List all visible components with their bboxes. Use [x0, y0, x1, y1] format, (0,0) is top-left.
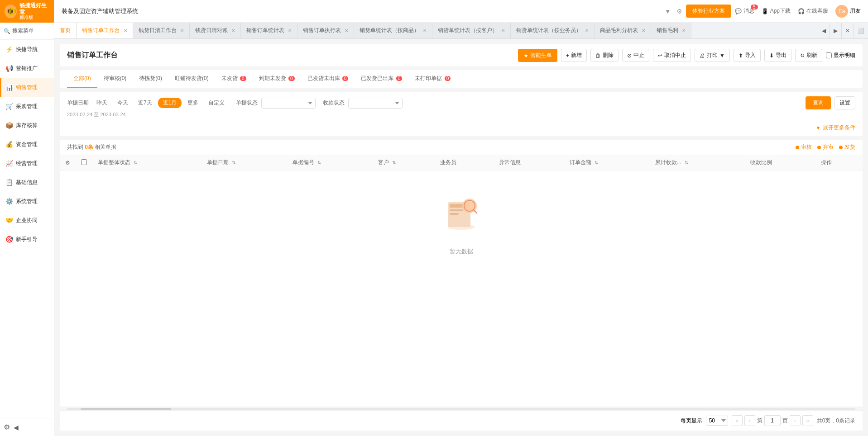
tab-prev-btn[interactable]: ◀: [818, 23, 830, 39]
sidebar-item-quick-nav[interactable]: ⚡ 快捷导航: [0, 40, 54, 59]
sub-tab-shipped-out[interactable]: 已发货已出库 0: [355, 70, 408, 88]
add-btn[interactable]: + 新增: [561, 49, 587, 62]
col-settings[interactable]: ⚙: [60, 155, 76, 171]
date-option-more[interactable]: 更多: [183, 98, 202, 108]
page-size-select[interactable]: 50 20 100: [706, 416, 728, 426]
tab-close-icon[interactable]: ✕: [288, 28, 292, 33]
select-all-checkbox[interactable]: [81, 159, 87, 165]
cancel-review-action-btn[interactable]: 弃审: [817, 143, 834, 151]
date-option-1month[interactable]: 近1月: [158, 98, 182, 108]
prev-page-btn[interactable]: ‹: [744, 415, 755, 426]
tab-maximize-btn[interactable]: ⬜: [854, 23, 868, 39]
column-settings-icon[interactable]: ⚙: [65, 160, 70, 166]
tab-gross-profit[interactable]: 商品毛利分析表 ✕: [595, 23, 651, 39]
collected-sort-icon[interactable]: ⇅: [685, 160, 688, 165]
expand-filter-btn[interactable]: ▼ 展开更多条件: [815, 124, 855, 132]
sidebar-item-guide[interactable]: 🎯 新手引导: [0, 230, 54, 249]
tab-sales-margin[interactable]: 销售毛利 ✕: [651, 23, 691, 39]
sidebar-item-system[interactable]: ⚙️ 系统管理: [0, 192, 54, 211]
date-option-today[interactable]: 今天: [113, 98, 132, 108]
first-page-btn[interactable]: «: [732, 415, 743, 426]
settings-gear-icon[interactable]: ⚙: [4, 423, 10, 431]
tab-sales-by-customer[interactable]: 销货单统计表（按客户） ✕: [432, 23, 511, 39]
last-page-btn[interactable]: »: [802, 415, 813, 426]
query-btn[interactable]: 查询: [806, 96, 831, 109]
tab-sales-stats[interactable]: 销售订单统计表 ✕: [241, 23, 297, 39]
sub-tab-not-printed[interactable]: 未打印单据 0: [408, 70, 457, 88]
tab-close-icon[interactable]: ✕: [682, 28, 686, 33]
sub-tab-pending-review[interactable]: 待审核(0): [97, 70, 133, 88]
tab-cashflow-reconcile[interactable]: 钱货日清对账 ✕: [190, 23, 241, 39]
tab-close-icon[interactable]: ✕: [423, 28, 427, 33]
collection-select[interactable]: [348, 98, 403, 109]
sidebar-item-search[interactable]: 🔍 搜索菜单: [0, 23, 54, 40]
sub-tab-wangpu-ship[interactable]: 旺铺待发货(0): [168, 70, 215, 88]
customer-sort-icon[interactable]: ⇅: [392, 160, 396, 165]
page-number-input[interactable]: [764, 415, 781, 426]
tab-close-all-btn[interactable]: ✕: [841, 23, 854, 39]
sidebar-item-marketing[interactable]: 📢 营销推广: [0, 59, 54, 78]
tab-next-btn[interactable]: ▶: [830, 23, 841, 39]
app-download-item[interactable]: 📱 App下载: [762, 7, 791, 15]
tab-close-icon[interactable]: ✕: [345, 28, 348, 33]
sub-tab-overdue-ship[interactable]: 到期未发货 0: [253, 70, 301, 88]
delete-btn[interactable]: 🗑 删除: [590, 49, 619, 62]
dropdown-arrow-icon[interactable]: ▼: [665, 8, 671, 15]
online-service-item[interactable]: 🎧 在线客服: [798, 7, 828, 15]
experience-btn[interactable]: 体验行业方案: [686, 5, 731, 18]
tab-sales-by-staff[interactable]: 销货单统计表（按业务员） ✕: [511, 23, 595, 39]
stop-btn[interactable]: ⊘ 中止: [622, 49, 649, 62]
sidebar-item-sales[interactable]: 📊 销售管理: [0, 78, 54, 97]
sub-tab-shipped-not-out[interactable]: 已发货未出库 0: [301, 70, 355, 88]
tab-close-icon[interactable]: ✕: [585, 28, 589, 33]
date-option-7days[interactable]: 近7天: [134, 98, 156, 108]
refresh-btn[interactable]: ↻ 刷新: [795, 49, 822, 62]
tab-close-icon[interactable]: ✕: [501, 28, 505, 33]
tab-close-icon[interactable]: ✕: [124, 28, 127, 33]
scrollbar-thumb[interactable]: [81, 408, 171, 410]
scrollbar-track[interactable]: [67, 408, 855, 410]
cancel-stop-btn[interactable]: ↩ 取消中止: [653, 49, 691, 62]
show-detail-checkbox[interactable]: [826, 52, 832, 58]
tab-sales-order-workbench[interactable]: 销售订单工作台 ✕: [77, 23, 133, 39]
export-btn[interactable]: ⬇ 导出: [764, 49, 791, 62]
sidebar-item-basic[interactable]: 📋 基础信息: [0, 173, 54, 192]
settings-icon[interactable]: ⚙: [676, 8, 682, 15]
ship-action-btn[interactable]: 发货: [839, 143, 855, 151]
horizontal-scrollbar[interactable]: [60, 407, 863, 410]
sub-tab-not-shipped[interactable]: 未发货 0: [215, 70, 253, 88]
user-menu[interactable]: Ea 用友: [835, 5, 861, 18]
date-option-yesterday[interactable]: 昨天: [92, 98, 111, 108]
sidebar-item-enterprise[interactable]: 🤝 企业协同: [0, 211, 54, 230]
next-page-btn[interactable]: ›: [790, 415, 801, 426]
tab-close-icon[interactable]: ✕: [642, 28, 645, 33]
smart-create-btn[interactable]: ★ 智能生单: [518, 49, 557, 62]
date-option-custom[interactable]: 自定义: [204, 98, 229, 108]
review-action-btn[interactable]: 审核: [796, 143, 812, 151]
tab-cashflow-daily[interactable]: 钱货日清工作台 ✕: [133, 23, 190, 39]
tab-close-icon[interactable]: ✕: [231, 28, 235, 33]
date-sort-icon[interactable]: ⇅: [232, 160, 235, 165]
status-sort-icon[interactable]: ⇅: [134, 160, 137, 165]
number-sort-icon[interactable]: ⇅: [317, 160, 321, 165]
sidebar-item-operation[interactable]: 📈 经营管理: [0, 154, 54, 173]
sub-tab-all[interactable]: 全部(0): [67, 70, 97, 88]
col-checkbox[interactable]: [76, 155, 92, 171]
message-item[interactable]: 💬 消息 5: [735, 7, 754, 15]
amount-sort-icon[interactable]: ⇅: [595, 160, 598, 165]
collapse-icon[interactable]: ◀: [14, 424, 19, 431]
tab-sales-by-product[interactable]: 销货单统计表（按商品） ✕: [354, 23, 432, 39]
filter-settings-btn[interactable]: 设置: [834, 96, 855, 109]
sidebar-item-finance[interactable]: 💰 资金管理: [0, 135, 54, 154]
sidebar-item-inventory[interactable]: 📦 库存核算: [0, 116, 54, 135]
status-select[interactable]: [261, 98, 316, 109]
tab-home[interactable]: 首页: [54, 23, 77, 39]
print-btn[interactable]: 🖨 打印 ▼: [695, 49, 730, 62]
sidebar-item-purchase[interactable]: 🛒 采购管理: [0, 97, 54, 116]
import-btn[interactable]: ⬆ 导入: [734, 49, 761, 62]
show-detail-toggle[interactable]: 显示明细: [826, 52, 855, 59]
tab-close-icon[interactable]: ✕: [180, 28, 184, 33]
tab-sales-exec[interactable]: 销售订单执行表 ✕: [297, 23, 354, 39]
sub-tab-pending-pick[interactable]: 待拣货(0): [133, 70, 168, 88]
table-scroll-area[interactable]: ⚙ 单据整体状态 ⇅ 单据日期 ⇅: [60, 155, 863, 407]
